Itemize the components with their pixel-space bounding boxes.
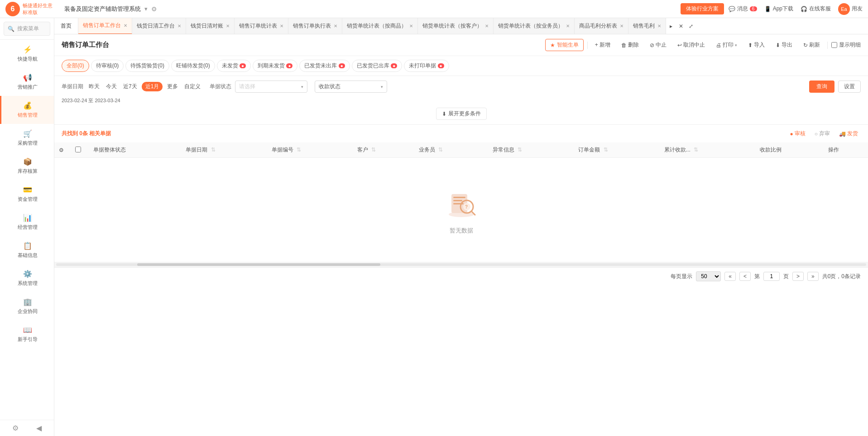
tab-pin-button[interactable]: ✕ <box>676 23 686 29</box>
smart-generate-button[interactable]: ★ 智能生单 <box>545 39 584 51</box>
export-button[interactable]: ⬇ 导出 <box>772 39 796 51</box>
online-service-action[interactable]: 🎧 在线客服 <box>801 5 831 13</box>
filter-tab-shipped-out[interactable]: 已发货已出库 ● <box>352 60 402 72</box>
tab-sales-summary-customer-close[interactable]: ✕ <box>485 24 489 28</box>
filter-setting-button[interactable]: 设置 <box>838 81 861 93</box>
sidebar-search-button[interactable]: 🔍 搜索菜单 <box>4 22 50 36</box>
sidebar-item-system[interactable]: ⚙️ 系统管理 <box>0 264 54 292</box>
show-detail-input[interactable] <box>831 42 837 48</box>
col-customer-header[interactable]: 客户 ⇅ <box>353 142 414 158</box>
tab-maximize-button[interactable]: ⤢ <box>686 23 696 29</box>
filter-tab-wangpu-ship[interactable]: 旺铺待发货(0) <box>171 60 215 72</box>
payment-select[interactable]: 收款状态 ▾ <box>315 81 387 93</box>
sidebar-item-finance[interactable]: 💳 资金管理 <box>0 180 54 208</box>
col-collected-header[interactable]: 累计收款... ⇅ <box>660 142 756 158</box>
tab-sales-stats-close[interactable]: ✕ <box>280 24 283 28</box>
tab-sales-summary-customer[interactable]: 销货单统计表（按客户） ✕ <box>418 18 494 34</box>
tab-sales-exec-close[interactable]: ✕ <box>334 24 337 28</box>
tab-sales-more-close[interactable]: ✕ <box>657 24 661 28</box>
sidebar-settings-button[interactable]: ⚙ <box>12 424 19 432</box>
tab-cash-reconcile[interactable]: 钱货日清对账 ✕ <box>186 18 235 34</box>
col-checkbox-header[interactable] <box>71 142 89 158</box>
col-date-header[interactable]: 单据日期 ⇅ <box>181 142 267 158</box>
user-action[interactable]: Ea 用友 <box>838 3 863 15</box>
first-page-button[interactable]: « <box>724 272 736 281</box>
scrollbar-thumb[interactable] <box>137 263 380 266</box>
ship-action[interactable]: 🚚 发货 <box>836 128 861 139</box>
staff-sort-icon[interactable]: ⇅ <box>438 147 443 153</box>
date-sort-icon[interactable]: ⇅ <box>211 147 216 153</box>
stop-button[interactable]: ⊘ 中止 <box>646 39 670 51</box>
tab-sales-more[interactable]: 销售毛利 ✕ <box>628 18 666 34</box>
industry-button[interactable]: 体验行业方案 <box>681 3 724 14</box>
app-download-action[interactable]: 📱 App下载 <box>764 5 793 13</box>
expand-filter-button[interactable]: ⬇ 展开更多条件 <box>436 108 487 120</box>
cancel-stop-button[interactable]: ↩ 取消中止 <box>674 39 709 51</box>
filter-tab-all[interactable]: 全部(0) <box>62 60 89 72</box>
col-number-header[interactable]: 单据编号 ⇅ <box>267 142 353 158</box>
filter-tab-overdue-ship[interactable]: 到期未发货 ● <box>253 60 297 72</box>
tab-sales-stats[interactable]: 销售订单统计表 ✕ <box>235 18 288 34</box>
sidebar-item-nav[interactable]: ⚡ 快捷导航 <box>0 40 54 68</box>
sidebar-item-operations[interactable]: 📊 经营管理 <box>0 208 54 236</box>
filter-tab-shipped-not-out[interactable]: 已发货未出库 ● <box>299 60 350 72</box>
filter-tab-not-printed[interactable]: 未打印单据 ● <box>404 60 449 72</box>
tab-sales-summary-product[interactable]: 销货单统计表（按商品） ✕ <box>342 18 418 34</box>
sidebar-item-purchase[interactable]: 🛒 采购管理 <box>0 124 54 152</box>
filter-tab-not-shipped[interactable]: 未发货 ● <box>217 60 251 72</box>
filter-tab-pending-review[interactable]: 待审核(0) <box>91 60 124 72</box>
print-button[interactable]: 🖨 打印 ▾ <box>712 39 741 51</box>
sidebar-collapse-button[interactable]: ◀ <box>36 424 42 432</box>
tab-cash-daily-close[interactable]: ✕ <box>177 24 181 28</box>
message-action[interactable]: 💬 消息 6 <box>729 5 757 13</box>
tab-gross-margin-close[interactable]: ✕ <box>620 24 623 28</box>
delete-button[interactable]: 🗑 删除 <box>618 39 643 51</box>
tab-more-button[interactable]: ▸ <box>666 23 676 29</box>
date-opt-7days[interactable]: 近7天 <box>121 82 139 91</box>
refresh-button[interactable]: ↻ 刷新 <box>800 39 824 51</box>
system-dropdown-icon[interactable]: ▾ <box>144 5 148 12</box>
tab-home[interactable]: 首页 <box>54 18 78 34</box>
prev-page-button[interactable]: < <box>739 272 751 281</box>
last-page-button[interactable]: » <box>807 272 819 281</box>
customer-sort-icon[interactable]: ⇅ <box>371 147 376 153</box>
tab-cash-reconcile-close[interactable]: ✕ <box>226 24 230 28</box>
number-sort-icon[interactable]: ⇅ <box>297 147 301 153</box>
tab-sales-exec[interactable]: 销售订单执行表 ✕ <box>288 18 342 34</box>
col-abnormal-header[interactable]: 异常信息 ⇅ <box>488 142 574 158</box>
abnormal-sort-icon[interactable]: ⇅ <box>518 147 522 153</box>
approve-action[interactable]: ● 审核 <box>787 128 808 139</box>
sidebar-item-sales[interactable]: 💰 销售管理 <box>0 96 54 124</box>
tab-sales-workbench[interactable]: 销售订单工作台 ✕ <box>78 18 132 34</box>
date-opt-today[interactable]: 今天 <box>104 82 119 91</box>
date-opt-yesterday[interactable]: 昨天 <box>87 82 101 91</box>
col-amount-header[interactable]: 订单金额 ⇅ <box>574 142 659 158</box>
import-button[interactable]: ⬆ 导入 <box>744 39 768 51</box>
date-opt-custom[interactable]: 自定义 <box>182 82 202 91</box>
sidebar-item-guide[interactable]: 📖 新手引导 <box>0 320 54 348</box>
tab-gross-margin[interactable]: 商品毛利分析表 ✕ <box>575 18 628 34</box>
sidebar-item-basic[interactable]: 📋 基础信息 <box>0 236 54 264</box>
collected-sort-icon[interactable]: ⇅ <box>694 147 698 153</box>
sidebar-item-marketing[interactable]: 📢 营销推广 <box>0 68 54 96</box>
page-size-select[interactable]: 10 20 50 100 <box>696 271 721 281</box>
col-settings-header[interactable]: ⚙ <box>54 142 71 158</box>
amount-sort-icon[interactable]: ⇅ <box>604 147 608 153</box>
select-all-checkbox[interactable] <box>75 147 81 152</box>
status-select[interactable]: 请选择 ▾ <box>235 81 307 93</box>
sidebar-item-enterprise[interactable]: 🏢 企业协同 <box>0 292 54 320</box>
date-opt-1month[interactable]: 近1月 <box>142 82 163 91</box>
tab-sales-summary-product-close[interactable]: ✕ <box>409 24 413 28</box>
tab-sales-summary-staff-close[interactable]: ✕ <box>566 24 570 28</box>
cancel-action[interactable]: ○ 弃审 <box>812 128 833 139</box>
tab-cash-daily[interactable]: 钱货日清工作台 ✕ <box>132 18 186 34</box>
add-button[interactable]: + 新增 <box>591 39 614 51</box>
tab-sales-summary-staff[interactable]: 销货单统计表（按业务员） ✕ <box>494 18 575 34</box>
tab-sales-workbench-close[interactable]: ✕ <box>124 23 127 28</box>
col-staff-header[interactable]: 业务员 ⇅ <box>414 142 488 158</box>
sidebar-item-inventory[interactable]: 📦 库存核算 <box>0 152 54 180</box>
next-page-button[interactable]: > <box>792 272 804 281</box>
show-detail-checkbox[interactable]: 显示明细 <box>831 41 861 49</box>
page-input[interactable] <box>763 272 780 281</box>
settings-icon[interactable]: ⚙ <box>151 5 157 13</box>
